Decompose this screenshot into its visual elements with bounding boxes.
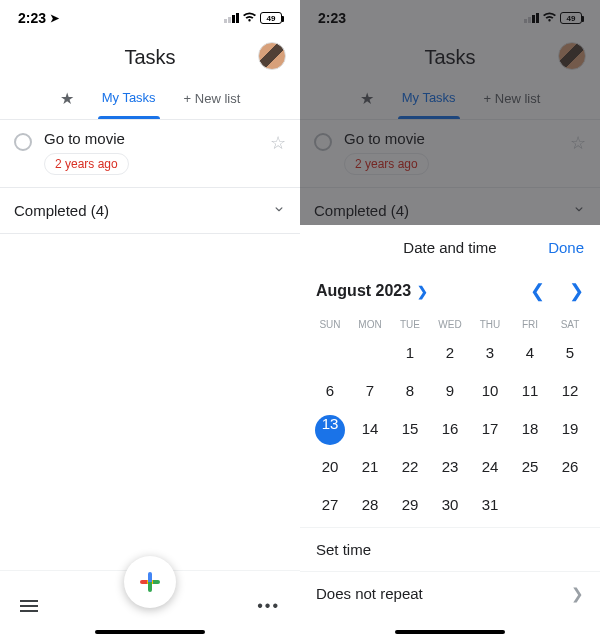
calendar-day[interactable]: 14 [350,415,390,441]
battery-icon: 49 [260,12,282,24]
more-icon[interactable]: ••• [257,597,280,615]
home-indicator [95,630,205,634]
calendar-day[interactable]: 16 [430,415,470,441]
task-row[interactable]: Go to movie 2 years ago ☆ [0,120,300,188]
tabs-row: ★ My Tasks + New list [0,78,300,120]
app-header: Tasks [0,36,300,78]
calendar-grid: 1234567891011121314151617181920212223242… [300,339,600,517]
done-button[interactable]: Done [548,239,584,256]
chevron-right-icon: ❯ [571,585,584,603]
month-label[interactable]: August 2023 ❯ [316,282,428,300]
dow-label: TUE [390,319,430,330]
calendar-day[interactable]: 3 [470,339,510,365]
chevron-down-icon [272,202,286,219]
set-time-row[interactable]: Set time [300,527,600,571]
plus-icon [140,572,160,592]
avatar[interactable] [258,42,286,70]
task-star-icon[interactable]: ☆ [270,132,286,154]
month-selector-row: August 2023 ❯ ❮ ❯ [300,269,600,313]
completed-label: Completed (4) [14,202,109,219]
cellular-icon [224,13,239,23]
day-of-week-header: SUNMONTUEWEDTHUFRISAT [300,313,600,335]
dow-label: SAT [550,319,590,330]
prev-month-button[interactable]: ❮ [530,280,545,302]
calendar-day[interactable]: 21 [350,453,390,479]
tasks-app-main: 2:23 ➤ 49 Tasks ★ My Tasks + New list G [0,0,300,640]
dow-label: SUN [310,319,350,330]
dow-label: MON [350,319,390,330]
task-title: Go to movie [44,130,258,147]
calendar-day[interactable]: 28 [350,491,390,517]
completed-section[interactable]: Completed (4) [0,188,300,234]
calendar-day[interactable]: 23 [430,453,470,479]
home-indicator [395,630,505,634]
status-time: 2:23 [18,10,46,26]
next-month-button[interactable]: ❯ [569,280,584,302]
page-title: Tasks [124,46,175,69]
task-date-chip[interactable]: 2 years ago [44,153,129,175]
dow-label: WED [430,319,470,330]
date-time-sheet: Date and time Done August 2023 ❯ ❮ ❯ SUN… [300,225,600,640]
calendar-day[interactable]: 17 [470,415,510,441]
sheet-header: Date and time Done [300,225,600,269]
calendar-day[interactable]: 29 [390,491,430,517]
calendar-day[interactable]: 26 [550,453,590,479]
status-bar: 2:23 ➤ 49 [0,0,300,36]
calendar-day[interactable]: 9 [430,377,470,403]
tab-starred-icon[interactable]: ★ [60,89,74,108]
wifi-icon [242,11,257,26]
calendar-day[interactable]: 7 [350,377,390,403]
calendar-day[interactable]: 30 [430,491,470,517]
sheet-title: Date and time [403,239,496,256]
calendar-day[interactable]: 18 [510,415,550,441]
calendar-day[interactable]: 10 [470,377,510,403]
calendar-day[interactable]: 15 [390,415,430,441]
calendar-day[interactable]: 31 [470,491,510,517]
menu-icon[interactable] [20,600,38,612]
calendar-day[interactable]: 8 [390,377,430,403]
calendar-day[interactable]: 12 [550,377,590,403]
tab-my-tasks[interactable]: My Tasks [102,90,156,107]
add-task-fab[interactable] [124,556,176,608]
task-body[interactable]: Go to movie 2 years ago [44,130,258,175]
calendar-day[interactable]: 27 [310,491,350,517]
dow-label: THU [470,319,510,330]
location-icon: ➤ [50,12,59,25]
chevron-right-icon: ❯ [417,284,428,299]
task-complete-checkbox[interactable] [14,133,32,151]
calendar-day[interactable]: 2 [430,339,470,365]
calendar-day[interactable]: 1 [390,339,430,365]
calendar-day[interactable]: 6 [310,377,350,403]
tasks-app-date-picker: 2:23 49 Tasks ★ My Tasks + New list Go t… [300,0,600,640]
calendar-day[interactable]: 5 [550,339,590,365]
repeat-row[interactable]: Does not repeat ❯ [300,571,600,615]
calendar-day[interactable]: 25 [510,453,550,479]
calendar-day[interactable]: 19 [550,415,590,441]
dow-label: FRI [510,319,550,330]
calendar-day[interactable]: 11 [510,377,550,403]
calendar-day[interactable]: 13 [310,415,350,441]
tab-new-list[interactable]: + New list [184,91,241,106]
calendar-day[interactable]: 20 [310,453,350,479]
calendar-day[interactable]: 24 [470,453,510,479]
calendar-day[interactable]: 22 [390,453,430,479]
calendar-day[interactable]: 4 [510,339,550,365]
